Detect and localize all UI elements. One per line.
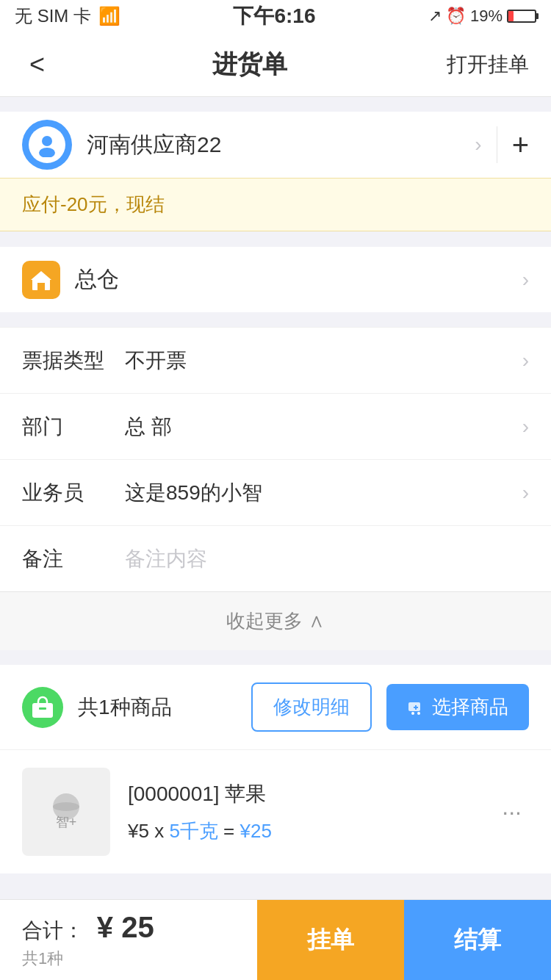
warehouse-icon: [22, 261, 60, 299]
department-arrow: ›: [522, 415, 529, 439]
total-label: 合计：: [22, 919, 84, 942]
svg-text:智+: 智+: [56, 815, 77, 829]
warehouse-row[interactable]: 总仓 ›: [0, 246, 551, 312]
page-title: 进货单: [212, 48, 287, 82]
salesperson-label: 业务员: [22, 479, 110, 507]
product-item: 智+ [0000001] 苹果 ¥5 x 5千克 = ¥25 ···: [0, 749, 551, 873]
battery-percent: 19%: [470, 7, 503, 26]
bottom-spacer: [0, 873, 551, 903]
invoice-type-label: 票据类型: [22, 347, 110, 375]
gap-1: [0, 97, 551, 112]
price-base: ¥5: [128, 820, 149, 842]
select-product-label: 选择商品: [432, 694, 508, 720]
svg-point-1: [39, 148, 55, 157]
open-pending-button[interactable]: 打开挂单: [447, 51, 529, 79]
product-thumbnail: 智+: [22, 768, 110, 856]
price-separator: x: [154, 820, 169, 842]
total-count: 共1种: [22, 948, 235, 970]
invoice-type-arrow: ›: [522, 349, 529, 372]
products-icon: [22, 687, 63, 728]
price-equals: =: [223, 820, 240, 842]
form-section: 票据类型 不开票 › 部门 总 部 › 业务员 这是859的小智 › 备注 备注…: [0, 327, 551, 591]
svg-point-9: [417, 712, 420, 715]
wifi-icon: 📶: [98, 6, 120, 26]
supplier-divider: [497, 126, 497, 163]
remark-value: 备注内容: [110, 545, 529, 573]
salesperson-value: 这是859的小智: [110, 479, 522, 507]
department-value: 总 部: [110, 413, 522, 441]
remark-label: 备注: [22, 545, 110, 573]
hang-order-button[interactable]: 挂单: [257, 900, 404, 981]
invoice-type-row[interactable]: 票据类型 不开票 ›: [0, 327, 551, 393]
cart-icon: [407, 699, 425, 716]
status-time: 下午6:16: [233, 2, 315, 30]
products-count: 共1种商品: [78, 693, 237, 721]
product-title: 苹果: [225, 782, 266, 805]
supplier-section: 河南供应商22 › + 应付-20元，现结: [0, 112, 551, 231]
svg-point-8: [411, 712, 414, 715]
add-supplier-button[interactable]: +: [512, 129, 529, 162]
status-right: ↗ ⏰ 19%: [428, 7, 536, 26]
product-info: [0000001] 苹果 ¥5 x 5千克 = ¥25: [128, 780, 477, 844]
supplier-arrow-icon: ›: [475, 133, 481, 156]
salesperson-row[interactable]: 业务员 这是859的小智 ›: [0, 459, 551, 525]
warehouse-section: 总仓 ›: [0, 246, 551, 312]
remark-row[interactable]: 备注 备注内容: [0, 525, 551, 591]
location-icon: ↗: [428, 7, 442, 26]
bag-icon: [29, 694, 56, 721]
products-header: 共1种商品 修改明细 选择商品: [0, 665, 551, 749]
supplier-row[interactable]: 河南供应商22 › +: [0, 112, 551, 178]
collapse-label: 收起更多 ∧: [226, 608, 324, 634]
person-icon: [35, 132, 60, 157]
warehouse-arrow-icon: ›: [522, 268, 529, 292]
products-section: 共1种商品 修改明细 选择商品 智+: [0, 665, 551, 873]
warehouse-name: 总仓: [75, 264, 522, 295]
svg-rect-6: [39, 707, 46, 710]
battery-icon: [507, 10, 536, 23]
total-section: 合计： ¥ 25 共1种: [0, 911, 257, 970]
supplier-name: 河南供应商22: [87, 130, 475, 160]
svg-point-13: [53, 802, 79, 811]
alarm-icon: ⏰: [446, 7, 466, 26]
svg-rect-5: [32, 703, 53, 718]
price-qty: 5千克: [169, 820, 217, 842]
checkout-button[interactable]: 结算: [404, 900, 551, 981]
alert-text: 应付-20元，现结: [22, 193, 165, 215]
department-label: 部门: [22, 413, 110, 441]
home-icon: [29, 268, 53, 292]
carrier-label: 无 SIM 卡: [15, 4, 91, 28]
gap-3: [0, 312, 551, 327]
bottom-bar: 合计： ¥ 25 共1种 挂单 结算: [0, 899, 551, 980]
back-button[interactable]: <: [22, 42, 52, 87]
svg-point-0: [42, 136, 52, 146]
avatar-inner: [29, 126, 65, 163]
select-product-button[interactable]: 选择商品: [386, 684, 529, 730]
invoice-type-value: 不开票: [110, 347, 522, 375]
price-total: ¥25: [240, 820, 272, 842]
product-name: [0000001] 苹果: [128, 780, 477, 808]
status-bar: 无 SIM 卡 📶 下午6:16 ↗ ⏰ 19%: [0, 0, 551, 32]
product-more-button[interactable]: ···: [494, 791, 529, 833]
department-row[interactable]: 部门 总 部 ›: [0, 393, 551, 459]
status-left: 无 SIM 卡 📶: [15, 4, 120, 28]
svg-marker-3: [31, 271, 51, 280]
product-price: ¥5 x 5千克 = ¥25: [128, 818, 477, 844]
edit-detail-button[interactable]: 修改明细: [251, 682, 372, 732]
content: 河南供应商22 › + 应付-20元，现结 总仓 › 票: [0, 97, 551, 980]
nav-bar: < 进货单 打开挂单: [0, 32, 551, 97]
total-amount: ¥ 25: [97, 911, 154, 943]
product-thumb-icon: 智+: [40, 786, 92, 837]
supplier-avatar: [22, 120, 72, 170]
collapse-button[interactable]: 收起更多 ∧: [0, 591, 551, 650]
gap-2: [0, 231, 551, 246]
salesperson-arrow: ›: [522, 481, 529, 505]
svg-rect-4: [37, 283, 45, 290]
product-code: [0000001]: [128, 782, 225, 805]
gap-4: [0, 650, 551, 665]
alert-banner: 应付-20元，现结: [0, 178, 551, 231]
